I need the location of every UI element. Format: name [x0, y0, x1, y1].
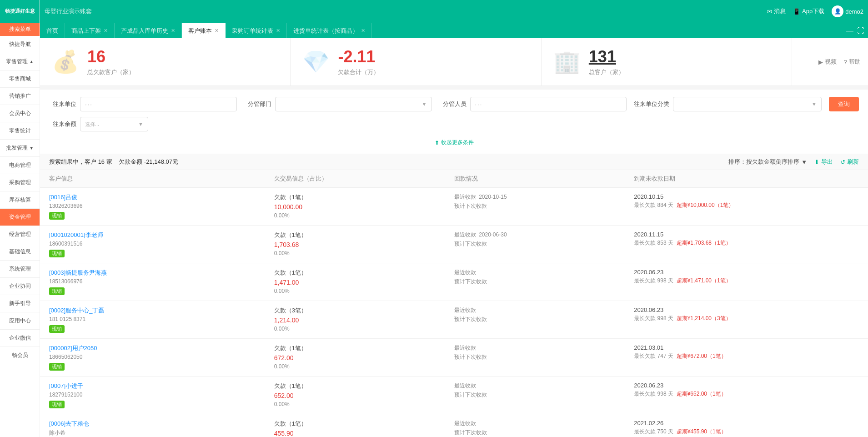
tab-bar-actions: — ⛶	[846, 27, 868, 35]
refresh-button[interactable]: ↺ 刷新	[840, 158, 859, 166]
close-icon[interactable]: ✕	[171, 28, 175, 34]
debt-cell-1: 欠款（1笔） 1,703.68 0.00%	[274, 231, 454, 256]
tab-produce-history[interactable]: 产成品入库单历史 ✕	[115, 23, 182, 39]
sidebar-item-enterprise-wx[interactable]: 企业微信	[0, 330, 40, 347]
overdue-amount-2[interactable]: 超期¥1,471.00（1笔）	[677, 277, 731, 284]
balance-select[interactable]: 选择... ▼	[80, 117, 148, 131]
tab-produce-history-label: 产成品入库单历史	[121, 27, 168, 35]
sidebar-item-member-vip[interactable]: 畅会员	[0, 347, 40, 364]
sidebar-item-system-mgmt[interactable]: 系统管理	[0, 261, 40, 278]
sidebar-item-purchase-mgmt[interactable]: 采购管理	[0, 174, 40, 191]
user-menu[interactable]: 👤 demo2	[832, 5, 863, 17]
tab-purchase-order[interactable]: 采购订单统计表 ✕	[226, 23, 287, 39]
sidebar-item-inventory[interactable]: 库存核算	[0, 191, 40, 209]
app-logo: 畅捷通好生意	[0, 0, 40, 23]
sidebar-item-member-center[interactable]: 会员中心	[0, 105, 40, 122]
debt-amount-2: 1,471.00	[274, 279, 454, 286]
debt-total-number: -2.11	[338, 47, 379, 66]
debt-amount-6: 455.90	[274, 430, 454, 437]
table-row: [0003]畅捷服务尹海燕 18513066976 现销 欠款（1笔） 1,47…	[40, 263, 868, 301]
sidebar-item-retail-mgmt[interactable]: 零售管理 ▲	[0, 53, 40, 70]
next-payment-2: 预计下次收款	[454, 278, 634, 286]
customer-badge-0: 现销	[49, 212, 65, 220]
unit-type-label: 往来单位分类	[634, 100, 669, 108]
next-payment-4: 预计下次收款	[454, 353, 634, 361]
tab-incoming-stat[interactable]: 进货单统计表（按商品） ✕	[287, 23, 372, 39]
tab-product-off[interactable]: 商品上下架 ✕	[65, 23, 115, 39]
sidebar-item-new-guide[interactable]: 新手引导	[0, 295, 40, 312]
col-payback: 回款情况	[454, 175, 634, 183]
app-download-button[interactable]: 📱 App下载	[793, 7, 824, 15]
customer-name-6[interactable]: [0006]去下粮仓	[49, 420, 274, 428]
balance-placeholder: 选择...	[85, 121, 99, 128]
debt-label-3: 欠款（3笔）	[274, 306, 454, 315]
sidebar-item-ecommerce[interactable]: 电商管理	[0, 157, 40, 174]
sidebar-item-marketing[interactable]: 营销推广	[0, 88, 40, 105]
customer-name-2[interactable]: [0003]畅捷服务尹海燕	[49, 269, 274, 277]
customer-phone-4: 18665062050	[49, 354, 274, 360]
sidebar-item-app-center[interactable]: 应用中心	[0, 312, 40, 330]
overdue-amount-3[interactable]: 超期¥1,214.00（3笔）	[677, 315, 731, 321]
overdue-info-6: 最长欠款 750 天 超期¥455.90（1笔）	[634, 428, 859, 436]
filter-dept: 分管部门 ▼	[244, 97, 432, 111]
customer-badge-5: 现销	[49, 401, 65, 408]
message-button[interactable]: ✉ 消息	[767, 7, 786, 15]
sidebar-item-batch-mgmt[interactable]: 批发管理 ▼	[0, 140, 40, 157]
close-icon[interactable]: ✕	[104, 28, 108, 34]
tab-maximize-icon[interactable]: ⛶	[857, 27, 864, 35]
sidebar-item-operations[interactable]: 经营管理	[0, 226, 40, 243]
customer-name-4[interactable]: [000002]用户2050	[49, 344, 274, 352]
overdue-amount-0[interactable]: 超期¥10,000.00（1笔）	[677, 202, 734, 208]
customer-name-5[interactable]: [0007]小进干	[49, 382, 274, 390]
debt-label-4: 欠款（1笔）	[274, 344, 454, 352]
sidebar-item-enterprise[interactable]: 企业协同	[0, 278, 40, 295]
sidebar-item-retail-stats[interactable]: 零售统计	[0, 122, 40, 140]
help-button[interactable]: ? 帮助	[844, 58, 861, 66]
sidebar-item-quick-nav[interactable]: 快捷导航	[0, 36, 40, 53]
customer-name-0[interactable]: [0016]吕俊	[49, 193, 274, 201]
topbar: 母婴行业演示账套 ✉ 消息 📱 App下载 👤 demo2	[40, 0, 868, 23]
unit-type-select[interactable]: ▼	[673, 97, 822, 111]
debt-amount-0: 10,000.00	[274, 203, 454, 211]
debt-percent-1: 0.00%	[274, 250, 454, 256]
tab-customer-account[interactable]: 客户账本 ✕	[182, 23, 226, 39]
overdue-amount-6[interactable]: 超期¥455.90（1笔）	[677, 428, 727, 435]
customer-cell-0: [0016]吕俊 13026203696 现销	[49, 193, 274, 220]
overdue-amount-4[interactable]: 超期¥672.00（1笔）	[677, 353, 727, 359]
close-icon[interactable]: ✕	[361, 28, 365, 34]
collapse-button[interactable]: ⬆ 收起更多条件	[435, 139, 474, 146]
debt-customers-icon: 💰	[51, 47, 80, 76]
customer-cell-1: [0001020001]李老师 18600391516 现销	[49, 231, 274, 257]
last-payment-4: 最近收款	[454, 344, 634, 352]
customer-cell-3: [0002]服务中心_丁磊 181 0125 8371 现销	[49, 306, 274, 333]
tab-minimize-icon[interactable]: —	[846, 27, 853, 35]
table-header: 客户信息 欠交易信息（占比） 回款情况 到期未收款日期	[40, 170, 868, 188]
overdue-info-1: 最长欠款 853 天 超期¥1,703.68（1笔）	[634, 239, 859, 247]
payback-cell-5: 最近收款 预计下次收款	[454, 382, 634, 399]
customer-name-1[interactable]: [0001020001]李老师	[49, 231, 274, 239]
overdue-amount-1[interactable]: 超期¥1,703.68（1笔）	[677, 240, 731, 246]
tab-home[interactable]: 首页	[40, 23, 65, 39]
debt-label-2: 欠款（1笔）	[274, 269, 454, 277]
close-icon[interactable]: ✕	[215, 28, 219, 34]
source-unit-input[interactable]: ···	[80, 97, 237, 111]
person-input[interactable]: ···	[470, 97, 627, 111]
tab-bar: 首页 商品上下架 ✕ 产成品入库单历史 ✕ 客户账本 ✕ 采购订单统计表 ✕ 进…	[40, 23, 868, 38]
sidebar-search[interactable]: 搜索菜单	[0, 23, 40, 36]
video-help-button[interactable]: ▶ 视频	[818, 58, 837, 66]
next-payment-0: 预计下次收款	[454, 202, 634, 210]
query-button[interactable]: 查询	[829, 97, 859, 111]
customer-name-3[interactable]: [0002]服务中心_丁磊	[49, 306, 274, 315]
export-button[interactable]: ⬇ 导出	[814, 158, 833, 166]
close-icon[interactable]: ✕	[276, 28, 280, 34]
dept-select[interactable]: ▼	[275, 97, 432, 111]
filter-row-2: 往来余额 选择... ▼	[49, 117, 859, 131]
due-cell-4: 2021.03.01 最长欠款 747 天 超期¥672.00（1笔）	[634, 344, 859, 360]
overdue-amount-5[interactable]: 超期¥652.00（1笔）	[677, 391, 727, 397]
tab-purchase-order-label: 采购订单统计表	[232, 27, 273, 35]
sidebar-item-capital-mgmt[interactable]: 资金管理	[0, 209, 40, 226]
sort-selector[interactable]: 排序：按欠款金额倒序排序 ▼	[728, 158, 807, 166]
sidebar-item-basic-info[interactable]: 基础信息	[0, 243, 40, 261]
next-payment-6: 预计下次收款	[454, 429, 634, 437]
sidebar-item-retail-mall[interactable]: 零售商城	[0, 70, 40, 88]
